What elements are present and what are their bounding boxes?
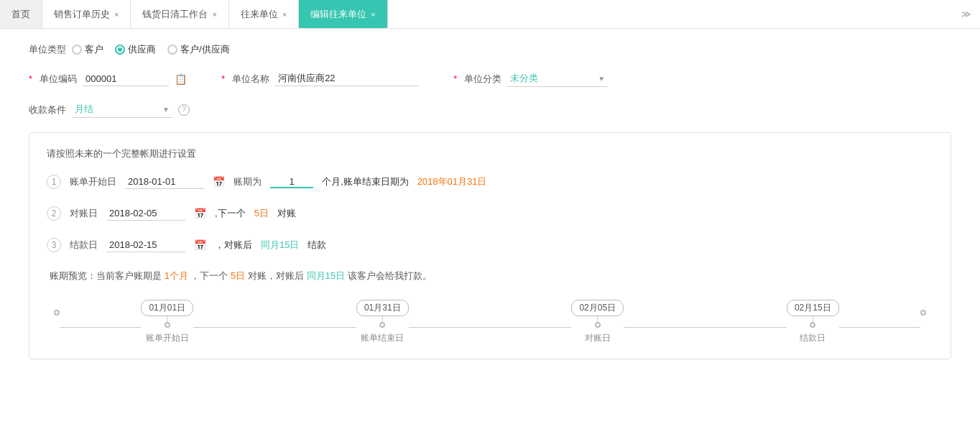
- preview-text: 账期预览：当前客户账期是 1个月 ，下一个 5日 对账，对账后 同月15日 该客…: [47, 270, 933, 282]
- tl-line-3: [275, 327, 356, 328]
- tl-line-4: [409, 327, 490, 328]
- preview-part3: 同月15日: [307, 270, 345, 281]
- tab-sales-order-history[interactable]: 销售订单历史 ×: [42, 0, 131, 28]
- tab-partner-units[interactable]: 往来单位 ×: [229, 0, 299, 28]
- step-3-label: 结款日: [70, 239, 98, 252]
- unit-code-copy-icon[interactable]: 📋: [175, 73, 187, 85]
- section-title: 请按照未来的一个完整帐期进行设置: [47, 147, 933, 160]
- preview-prefix: 账期预览：当前客户账期是: [50, 270, 162, 281]
- tl-badge-1: 01月01日: [141, 300, 193, 316]
- preview-mid1: ，下一个: [190, 270, 228, 281]
- step-2-suffix-pre: ,下一个: [215, 207, 246, 220]
- radio-supplier-label: 供应商: [128, 43, 156, 56]
- unit-code-star: *: [29, 73, 32, 84]
- tl-label-2: 账单结束日: [361, 332, 404, 344]
- step-2-date-input[interactable]: [106, 206, 185, 221]
- preview-part2: 5日: [231, 270, 245, 281]
- unit-cat-star: *: [453, 73, 457, 84]
- tl-connector-3: [597, 316, 598, 322]
- step-1-date-input[interactable]: [125, 175, 204, 189]
- unit-type-label: 单位类型: [29, 43, 66, 56]
- radio-cs-circle: [167, 45, 177, 55]
- timeline-end-dot: [920, 310, 926, 316]
- tl-line-5: [490, 327, 571, 328]
- tl-connector-1: [167, 316, 167, 322]
- tab-bar: 首页 销售订单历史 × 钱货日清工作台 × 往来单位 × 编辑往来单位 × ≫: [0, 0, 980, 29]
- tab-cash-ledger[interactable]: 钱货日清工作台 ×: [131, 0, 228, 28]
- step-2-suffix-post: 对账: [277, 207, 296, 220]
- step-1-number: 1: [47, 175, 61, 189]
- step-2-suffix-highlight: 5日: [254, 207, 269, 220]
- tl-line-8: [839, 327, 920, 328]
- tab-cash-close-icon[interactable]: ×: [212, 10, 216, 19]
- unit-type-row: 单位类型 客户 供应商 客户/供应商: [29, 43, 951, 56]
- radio-supplier[interactable]: 供应商: [115, 43, 156, 56]
- step-1-row: 1 账单开始日 📅 账期为 个月,账单结束日期为 2018年01月31日: [47, 175, 933, 189]
- unit-name-star: *: [221, 73, 225, 84]
- payment-terms-value: 月结: [75, 103, 160, 116]
- payment-terms-row: 收款条件 月结 ▼ ?: [29, 101, 951, 118]
- step-1-period-unit: 个月,账单结束日期为: [322, 175, 409, 188]
- timeline-start-dot: [54, 310, 60, 316]
- step-3-date-input[interactable]: [106, 238, 185, 252]
- step-1-cal-icon[interactable]: 📅: [213, 176, 225, 188]
- payment-chevron-icon: ▼: [162, 106, 170, 114]
- tab-partner-label: 往来单位: [241, 8, 278, 21]
- step-2-label: 对账日: [70, 207, 98, 220]
- step-3-suffix-pre: ，对账后: [215, 239, 252, 252]
- tab-expand-icon: ≫: [961, 9, 971, 19]
- tab-edit-close-icon[interactable]: ×: [371, 10, 375, 19]
- step-1-period-label: 账期为: [234, 175, 262, 188]
- tab-cash-label: 钱货日清工作台: [142, 8, 208, 21]
- step-3-cal-icon[interactable]: 📅: [194, 239, 206, 251]
- period-section: 请按照未来的一个完整帐期进行设置 1 账单开始日 📅 账期为 个月,账单结束日期…: [29, 132, 951, 359]
- tab-home[interactable]: 首页: [0, 0, 42, 28]
- tl-connector-2: [382, 316, 383, 322]
- tab-edit-label: 编辑往来单位: [310, 8, 366, 21]
- tl-dot-1: [165, 322, 170, 328]
- unit-category-select[interactable]: 未分类 ▼: [507, 70, 608, 87]
- unit-category-group: * 单位分类 未分类 ▼: [453, 70, 608, 87]
- tl-dot-3: [595, 322, 601, 328]
- preview-mid2: 对账，对账后: [248, 270, 304, 281]
- step-1-label: 账单开始日: [70, 175, 116, 188]
- tl-dot-2: [379, 322, 385, 328]
- unit-name-label: 单位名称: [232, 73, 269, 86]
- tl-line-6: [624, 327, 705, 328]
- tab-edit-partner[interactable]: 编辑往来单位 ×: [299, 0, 387, 28]
- tl-line-1: [60, 327, 141, 328]
- tab-sales-label: 销售订单历史: [54, 8, 110, 21]
- radio-cs-label: 客户/供应商: [180, 43, 230, 56]
- radio-customer-circle: [72, 45, 82, 55]
- unit-code-group: * 单位编码 📋: [29, 72, 187, 86]
- tl-connector-4: [813, 316, 813, 322]
- help-icon[interactable]: ?: [178, 104, 190, 116]
- payment-terms-label: 收款条件: [29, 104, 66, 116]
- tab-expand-button[interactable]: ≫: [953, 0, 980, 28]
- step-2-number: 2: [47, 206, 61, 221]
- step-2-cal-icon[interactable]: 📅: [194, 208, 206, 219]
- tl-badge-4: 02月15日: [787, 300, 839, 316]
- step-3-suffix-highlight: 同月15日: [261, 239, 299, 252]
- step-1-month-input[interactable]: [270, 176, 313, 188]
- tl-line-7: [706, 327, 787, 328]
- unit-code-input[interactable]: [83, 72, 169, 86]
- step-3-row: 3 结款日 📅 ，对账后 同月15日 结款: [47, 238, 933, 252]
- unit-name-input[interactable]: [275, 72, 419, 86]
- radio-customer[interactable]: 客户: [72, 43, 103, 56]
- payment-terms-select[interactable]: 月结 ▼: [72, 101, 172, 118]
- tab-partner-close-icon[interactable]: ×: [282, 10, 287, 19]
- radio-customer-supplier[interactable]: 客户/供应商: [167, 43, 230, 56]
- step-1-end-date: 2018年01月31日: [417, 175, 487, 188]
- timeline: 01月01日 账单开始日 01月31日 账单结束日: [47, 300, 933, 344]
- unit-cat-label: 单位分类: [464, 73, 501, 86]
- step-3-number: 3: [47, 238, 61, 252]
- main-content: 单位类型 客户 供应商 客户/供应商 * 单位编码 📋 * 单位名称: [0, 29, 980, 437]
- tab-sales-close-icon[interactable]: ×: [114, 10, 119, 19]
- tl-badge-3: 02月05日: [571, 300, 624, 316]
- radio-supplier-circle: [115, 45, 125, 55]
- step-3-suffix-post: 结款: [308, 239, 326, 252]
- tl-label-1: 账单开始日: [146, 332, 189, 344]
- unit-name-group: * 单位名称: [221, 72, 419, 86]
- tl-badge-2: 01月31日: [356, 300, 409, 316]
